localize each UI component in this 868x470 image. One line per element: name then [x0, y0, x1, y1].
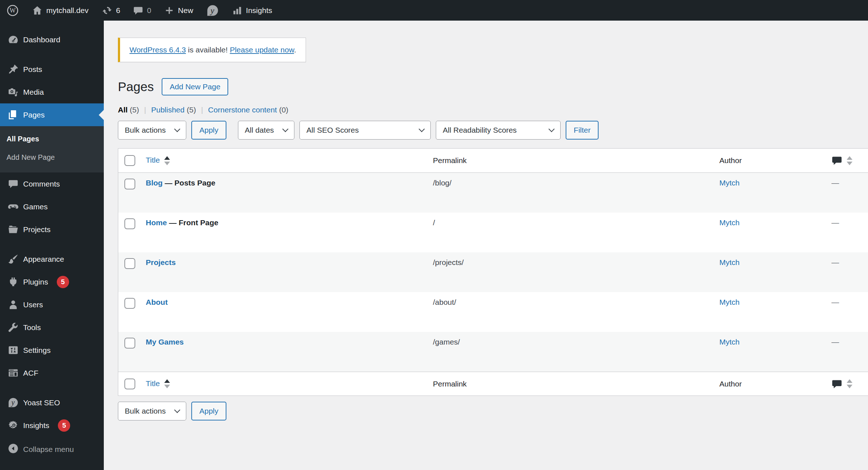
sidebar-item-insights[interactable]: Insights 5	[0, 414, 104, 437]
author-link[interactable]: Mytch	[719, 218, 740, 227]
bulk-actions-select-bottom[interactable]: Bulk actions	[118, 402, 186, 420]
chevron-down-icon	[174, 126, 180, 132]
site-name-menu[interactable]: mytchall.dev	[25, 0, 95, 21]
sidebar-item-posts[interactable]: Posts	[0, 58, 104, 81]
sidebar-item-games[interactable]: Games	[0, 195, 104, 218]
please-update-link[interactable]: Please update now	[230, 46, 294, 54]
view-all-count: (5)	[130, 106, 139, 114]
main-content: WordPress 6.4.3 is available! Please upd…	[104, 21, 868, 470]
sort-by-title-link[interactable]: Title	[146, 379, 160, 388]
insights-menu[interactable]: Insights	[226, 0, 278, 21]
page-title-link[interactable]: About	[146, 298, 168, 306]
plugins-update-badge: 5	[57, 276, 69, 288]
author-link[interactable]: Mytch	[719, 298, 740, 306]
wordpress-menu[interactable]: W	[0, 0, 25, 21]
sidebar-item-media[interactable]: Media	[0, 81, 104, 103]
table-row: Home — Front Page / Mytch —	[118, 213, 868, 252]
page-title-link[interactable]: My Games	[146, 338, 184, 346]
apply-button-bottom[interactable]: Apply	[191, 402, 226, 420]
comments-sort-arrows[interactable]	[847, 379, 852, 388]
row-checkbox[interactable]	[124, 218, 135, 229]
sidebar-item-plugins[interactable]: Plugins 5	[0, 270, 104, 293]
sidebar-item-acf[interactable]: ACF	[0, 362, 104, 384]
settings-icon	[8, 345, 19, 356]
table-footer-row: Title Permalink Author	[118, 372, 868, 396]
pages-submenu: All Pages Add New Page	[0, 126, 104, 172]
view-all-link[interactable]: All	[118, 106, 128, 114]
page-title-link[interactable]: Projects	[146, 258, 176, 266]
sidebar-item-label: Insights	[23, 421, 49, 430]
row-checkbox[interactable]	[124, 179, 135, 189]
title-sort-arrows[interactable]	[164, 156, 170, 165]
select-all-checkbox[interactable]	[124, 155, 135, 166]
page-title-suffix: — Front Page	[169, 218, 218, 227]
view-cornerstone-link[interactable]: Cornerstone content	[208, 106, 277, 114]
menu-separator	[0, 241, 104, 248]
sidebar-item-label: Tools	[23, 323, 41, 332]
seo-scores-select[interactable]: All SEO Scores	[299, 121, 431, 140]
sidebar-item-label: Settings	[23, 346, 51, 355]
view-published-count: (5)	[187, 106, 196, 114]
comments-cell: —	[831, 258, 868, 267]
sidebar-item-appearance[interactable]: Appearance	[0, 248, 104, 270]
sidebar-item-settings[interactable]: Settings	[0, 339, 104, 362]
row-checkbox[interactable]	[124, 338, 135, 349]
comments-menu[interactable]: 0	[127, 0, 158, 21]
view-published-link[interactable]: Published	[151, 106, 184, 114]
row-checkbox[interactable]	[124, 298, 135, 309]
dates-filter-select[interactable]: All dates	[238, 121, 295, 140]
table-header-row: Title Permalink Author	[118, 149, 868, 172]
sidebar-item-label: ACF	[23, 369, 38, 377]
comments-header-icon[interactable]	[831, 155, 842, 166]
sidebar-item-projects[interactable]: Projects	[0, 218, 104, 241]
acf-table-icon	[8, 367, 19, 379]
comments-sort-arrows[interactable]	[847, 156, 852, 165]
sort-by-title-link[interactable]: Title	[146, 156, 160, 164]
comments-cell: —	[831, 298, 868, 307]
sidebar-item-pages[interactable]: Pages	[0, 103, 104, 126]
title-sort-arrows[interactable]	[164, 379, 170, 388]
dates-filter-value: All dates	[245, 126, 274, 134]
select-all-checkbox[interactable]	[124, 379, 135, 389]
comments-header-icon[interactable]	[831, 379, 842, 389]
monsterinsights-icon	[8, 420, 19, 431]
submenu-item-all-pages[interactable]: All Pages	[0, 130, 104, 148]
updates-menu[interactable]: 6	[95, 0, 127, 21]
author-header: Author	[719, 156, 831, 165]
filter-button[interactable]: Filter	[566, 121, 599, 140]
svg-text:y: y	[10, 398, 14, 407]
bulk-actions-select[interactable]: Bulk actions	[118, 121, 186, 140]
author-link[interactable]: Mytch	[719, 258, 740, 266]
sidebar-item-tools[interactable]: Tools	[0, 316, 104, 339]
svg-text:W: W	[10, 7, 16, 14]
author-link[interactable]: Mytch	[719, 338, 740, 346]
add-new-page-button[interactable]: Add New Page	[162, 78, 228, 95]
sidebar-item-label: Pages	[23, 111, 45, 119]
yoast-logo-icon: y	[206, 4, 219, 17]
sidebar-item-dashboard[interactable]: Dashboard	[0, 28, 104, 51]
bar-chart-icon	[232, 5, 242, 16]
sidebar-item-label: Media	[23, 88, 44, 97]
sidebar-item-comments[interactable]: Comments	[0, 172, 104, 195]
sidebar-item-users[interactable]: Users	[0, 293, 104, 316]
row-checkbox[interactable]	[124, 258, 135, 269]
table-row: My Games /games/ Mytch —	[118, 332, 868, 372]
apply-button[interactable]: Apply	[191, 121, 226, 140]
readability-scores-select[interactable]: All Readability Scores	[436, 121, 561, 140]
page-title-link[interactable]: Blog	[146, 179, 163, 187]
bottom-toolbar: Bulk actions Apply	[118, 402, 868, 420]
collapse-menu-button[interactable]: Collapse menu	[0, 438, 104, 461]
table-row: Blog — Posts Page /blog/ Mytch —	[118, 173, 868, 213]
pages-icon	[8, 109, 19, 120]
submenu-item-add-new-page[interactable]: Add New Page	[0, 148, 104, 167]
permalink-header: Permalink	[433, 380, 719, 388]
sidebar-item-yoast-seo[interactable]: y Yoast SEO	[0, 391, 104, 414]
author-link[interactable]: Mytch	[719, 179, 740, 187]
comments-cell: —	[831, 218, 868, 227]
pages-table: Title Permalink Author Blog — Posts Page…	[118, 148, 868, 396]
yoast-menu[interactable]: y	[200, 0, 226, 21]
wordpress-version-link[interactable]: WordPress 6.4.3	[129, 46, 186, 54]
page-title-link[interactable]: Home	[146, 218, 167, 227]
wrench-icon	[8, 322, 19, 333]
new-content-menu[interactable]: New	[158, 0, 200, 21]
